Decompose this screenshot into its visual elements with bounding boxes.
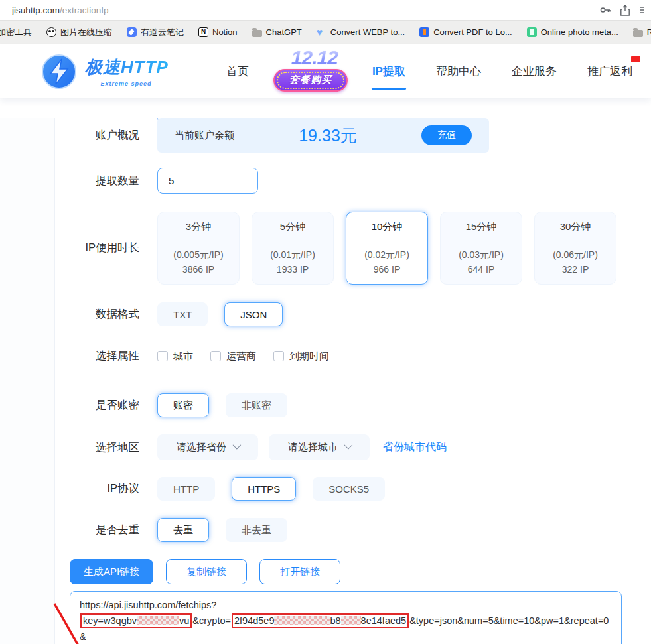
bookmark-item[interactable]: Online photo meta...: [527, 27, 618, 37]
duration-stock: 1933 IP: [252, 262, 333, 277]
duration-option-3min[interactable]: 3分钟 (0.005元/IP) 3866 IP: [157, 212, 240, 285]
protocol-option-http[interactable]: HTTP: [157, 477, 215, 501]
nav-help-center[interactable]: 帮助中心: [436, 64, 481, 79]
duration-option-10min-selected[interactable]: 10分钟 (0.02元/IP) 966 IP: [346, 212, 428, 285]
province-city-code-link[interactable]: 省份城市代码: [383, 440, 447, 454]
api-crypto-prefix: 2f94d5e9: [234, 615, 274, 626]
duration-stock: 3866 IP: [158, 262, 239, 277]
nav-home[interactable]: 首页: [226, 64, 249, 79]
format-option-txt[interactable]: TXT: [157, 302, 208, 326]
blurred-crypto-segment: [274, 616, 330, 625]
site-header: 极速HTTP Extreme speed 首页 12.12 套餐购买 IP提取 …: [0, 44, 651, 98]
promo-1212-text: 12.12: [277, 46, 352, 69]
nav-referral-label: 推广返利: [587, 65, 632, 78]
heart-icon: ♥: [317, 27, 326, 37]
nav-enterprise[interactable]: 企业服务: [512, 64, 557, 79]
open-link-button[interactable]: 打开链接: [259, 559, 340, 584]
city-checkbox[interactable]: [157, 351, 168, 361]
duration-option-5min[interactable]: 5分钟 (0.01元/IP) 1933 IP: [252, 212, 334, 285]
expiry-checkbox[interactable]: [273, 351, 284, 361]
duration-option-30min[interactable]: 30分钟 (0.06元/IP) 322 IP: [534, 212, 616, 285]
lightning-logo-icon: [41, 54, 77, 90]
province-placeholder: 请选择省份: [177, 441, 226, 454]
duration-stock: 644 IP: [441, 262, 522, 277]
recharge-button[interactable]: 充值: [421, 125, 472, 145]
dedupe-option-no[interactable]: 非去重: [226, 518, 287, 542]
province-select[interactable]: 请选择省份: [157, 434, 258, 460]
quantity-input[interactable]: [157, 168, 258, 194]
key-icon[interactable]: [600, 6, 611, 14]
generate-api-link-button[interactable]: 生成API链接: [70, 559, 153, 584]
nav-referral[interactable]: 推广返利: [587, 64, 632, 79]
api-url-line1: https://api.jisuhttp.com/fetchips?: [80, 600, 216, 610]
city-placeholder: 请选择城市: [288, 441, 338, 454]
attr-carrier[interactable]: 运营商: [210, 350, 256, 363]
promo-pill-label: 套餐购买: [289, 74, 332, 86]
hot-badge: [631, 56, 640, 62]
attr-city[interactable]: 城市: [157, 350, 193, 363]
panda-icon: [46, 27, 56, 37]
duration-title: 10分钟: [346, 221, 427, 233]
format-option-json-selected[interactable]: JSON: [224, 302, 283, 326]
duration-price: (0.06元/IP): [535, 247, 616, 262]
bookmark-item[interactable]: Convert PDF to Lo...: [419, 27, 512, 37]
bookmark-item[interactable]: 图片在线压缩: [46, 27, 112, 38]
quantity-label: 提取数量: [0, 174, 139, 188]
dedupe-option-yes-selected[interactable]: 去重: [157, 518, 209, 542]
auth-label: 是否账密: [0, 398, 139, 413]
extraction-form: 账户概况 当前账户余额 19.33元 充值 提取数量 IP使用时长 3分钟 (0…: [0, 118, 651, 644]
browser-url-bar[interactable]: jisuhttp.com/extractionIp: [0, 0, 651, 20]
api-crypto-suffix: 8e14faed5: [361, 615, 407, 626]
bookmark-item[interactable]: 加密工具: [0, 27, 32, 38]
bookmark-label: 图片在线压缩: [60, 27, 112, 38]
nav-promo-banner[interactable]: 12.12 套餐购买: [273, 50, 348, 93]
api-key-prefix: key=w3qgbv: [83, 615, 137, 626]
attrs-label: 选择属性: [0, 349, 139, 363]
auth-option-no-credential[interactable]: 非账密: [226, 393, 287, 417]
balance-value: 19.33元: [234, 125, 421, 147]
blurred-key-segment: [137, 616, 179, 625]
duration-price: (0.02元/IP): [346, 247, 427, 262]
bookmark-label: Notion: [212, 27, 238, 37]
carrier-checkbox[interactable]: [210, 351, 221, 361]
duration-title: 5分钟: [252, 221, 333, 233]
api-url-output[interactable]: https://api.jisuhttp.com/fetchips? key=w…: [70, 591, 622, 644]
duration-title: 30分钟: [535, 221, 616, 233]
duration-stock: 966 IP: [346, 262, 427, 277]
bookmark-label: 加密工具: [0, 27, 32, 38]
protocol-option-socks5[interactable]: SOCKS5: [313, 477, 385, 501]
balance-label: 当前账户余额: [175, 129, 234, 142]
attr-label: 城市: [173, 350, 193, 363]
api-key-suffix: vu: [179, 615, 189, 626]
bookmark-label: Online photo meta...: [541, 27, 618, 37]
copy-link-button[interactable]: 复制链接: [166, 559, 247, 584]
bookmark-item[interactable]: Relakkes: [633, 27, 651, 37]
divider: [167, 241, 230, 241]
duration-price: (0.01元/IP): [252, 247, 333, 262]
duration-price: (0.03元/IP): [441, 247, 522, 262]
bookmark-item[interactable]: ChatGPT: [252, 27, 302, 37]
bookmark-item[interactable]: 有道云笔记: [127, 27, 184, 38]
duration-stock: 322 IP: [535, 262, 616, 277]
folder-icon: [252, 30, 262, 37]
duration-price: (0.005元/IP): [158, 247, 239, 262]
region-label: 选择地区: [0, 440, 139, 455]
share-icon[interactable]: [620, 5, 630, 16]
city-select[interactable]: 请选择城市: [269, 434, 370, 460]
duration-option-15min[interactable]: 15分钟 (0.03元/IP) 644 IP: [440, 212, 522, 285]
clipped-toolbar-icon[interactable]: [639, 5, 644, 15]
pdf-converter-icon: [419, 27, 429, 37]
bookmark-label: Convert WEBP to...: [330, 27, 405, 37]
account-overview-label: 账户概况: [0, 128, 139, 143]
auth-option-credential-selected[interactable]: 账密: [157, 393, 209, 417]
bookmark-item[interactable]: NNotion: [198, 27, 238, 37]
logo-subtitle: Extreme speed: [85, 80, 169, 87]
blurred-crypto-segment-2: [341, 616, 361, 625]
protocol-option-https-selected[interactable]: HTTPS: [232, 477, 296, 501]
duration-title: 15分钟: [441, 221, 522, 233]
bookmark-item[interactable]: ♥Convert WEBP to...: [317, 27, 405, 37]
site-logo[interactable]: 极速HTTP Extreme speed: [41, 54, 169, 90]
nav-ip-extract[interactable]: IP提取: [372, 64, 405, 79]
redacted-key-annotation-box: key=w3qgbvvu: [80, 613, 192, 628]
attr-expiry[interactable]: 到期时间: [273, 350, 329, 363]
